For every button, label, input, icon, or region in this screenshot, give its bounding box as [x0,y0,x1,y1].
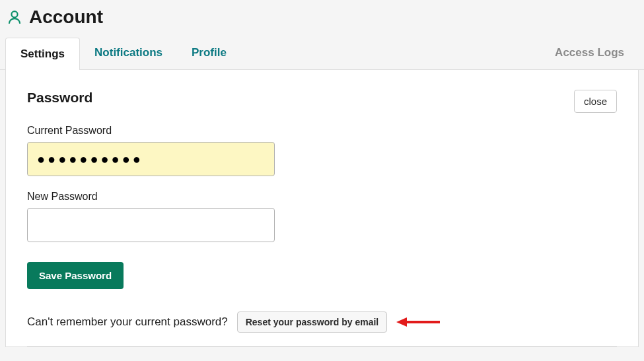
arrow-annotation-icon [396,315,440,329]
user-icon [5,8,24,26]
current-password-input[interactable] [27,142,275,176]
tab-profile[interactable]: Profile [177,37,241,69]
page-title: Account [29,7,103,28]
tab-access-logs[interactable]: Access Logs [540,37,639,69]
password-title: Password [27,90,92,106]
divider [27,346,617,346]
reset-row: Can't remember your current password? Re… [27,312,617,333]
tab-settings[interactable]: Settings [5,38,80,70]
svg-point-0 [11,11,17,17]
current-password-label: Current Password [27,125,617,137]
close-button[interactable]: close [574,90,617,113]
password-section-header: Password close [27,90,617,113]
page-header: Account [0,0,644,37]
reset-question-text: Can't remember your current password? [27,315,228,329]
svg-marker-2 [396,317,407,327]
tabs: Settings Notifications Profile Access Lo… [0,37,644,70]
new-password-label: New Password [27,191,617,203]
new-password-field: New Password [27,191,617,242]
reset-by-email-button[interactable]: Reset your password by email [237,312,388,333]
new-password-input[interactable] [27,208,275,242]
current-password-field: Current Password [27,125,617,176]
tab-notifications[interactable]: Notifications [80,37,177,69]
settings-panel: Password close Current Password New Pass… [5,70,639,347]
save-password-button[interactable]: Save Password [27,262,124,289]
